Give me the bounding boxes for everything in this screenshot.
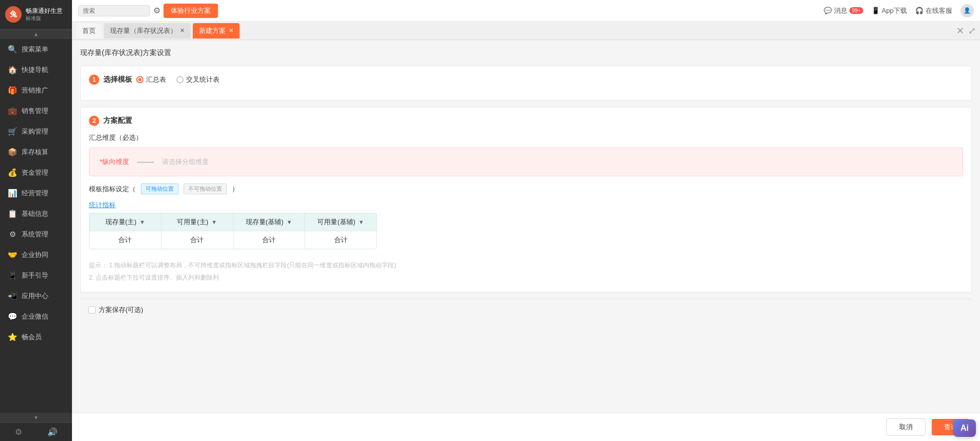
- tips-section: 提示： 1.拖动标题栏可以调整布局，不可跨维度或指标区域拖拽栏目字段(只能在同一…: [89, 259, 963, 284]
- sidebar-item-label: 资金管理: [22, 168, 48, 177]
- sidebar-bottom: ⚙ 🔊: [0, 422, 72, 441]
- purchase-nav-icon: 🛒: [7, 126, 17, 137]
- sidebar-item-guide[interactable]: 📱 新手引导: [0, 265, 72, 286]
- settings-icon[interactable]: ⚙: [15, 427, 22, 437]
- close-icon[interactable]: ✕: [956, 25, 964, 36]
- col-header-2[interactable]: 可用量(主) ▼: [161, 213, 233, 231]
- sidebar-item-system[interactable]: ⚙ 系统管理: [0, 224, 72, 245]
- tab-inventory-status[interactable]: 现存量（库存状况表） ✕: [104, 23, 191, 39]
- trial-button[interactable]: 体验行业方案: [164, 4, 218, 18]
- cell-2: 合计: [161, 231, 233, 249]
- tab-inventory-close[interactable]: ✕: [180, 27, 185, 34]
- main-content: ⚙ 体验行业方案 💬 消息 99+ 📱 App下载 🎧 在线客服 👤: [72, 0, 980, 441]
- sidebar-item-label: 畅会员: [22, 333, 42, 342]
- col-header-4[interactable]: 可用量(基辅) ▼: [305, 213, 376, 231]
- sidebar-item-label: 经营管理: [22, 189, 48, 198]
- dim-vertical-label: *纵向维度: [100, 157, 129, 167]
- sidebar-item-label: 快捷导航: [22, 65, 48, 75]
- shortcut-nav-icon: 🏠: [7, 65, 17, 75]
- sidebar-item-member[interactable]: ⭐ 畅会员: [0, 327, 72, 347]
- sidebar-nav: 🔍 搜索菜单 🏠 快捷导航 🎁 营销推广 💼 销售管理 🛒 采购管理 📦 库存核…: [0, 39, 72, 413]
- expand-icon[interactable]: ⤢: [968, 25, 976, 36]
- tab-new-plan[interactable]: 新建方案 ✕: [193, 23, 240, 39]
- sidebar-item-label: 采购管理: [22, 127, 48, 136]
- save-checkbox[interactable]: [88, 306, 96, 314]
- col-header-1[interactable]: 现存量(主) ▼: [89, 213, 161, 231]
- wechat-nav-icon: 💬: [7, 311, 17, 322]
- sidebar-item-contract[interactable]: 🤝 企业协同: [0, 245, 72, 265]
- sidebar-logo: 兔 畅康通好生意 标准版: [0, 0, 72, 29]
- message-icon: 💬: [824, 7, 832, 14]
- chevron-down-icon: ▼: [286, 219, 292, 225]
- sidebar-item-label: 基础信息: [22, 209, 48, 218]
- sidebar-item-marketing[interactable]: 🎁 营销推广: [0, 80, 72, 101]
- dim-placeholder[interactable]: 请选择分组维度: [162, 157, 209, 167]
- speaker-icon[interactable]: 🔊: [47, 427, 58, 437]
- ai-float-button[interactable]: Ai: [953, 419, 976, 437]
- user-avatar[interactable]: 👤: [960, 4, 974, 17]
- tip-text-2: 2. 点击标题栏下拉可设置排序、插入列和删除列: [89, 271, 219, 284]
- tabs-bar: 首页 现存量（库存状况表） ✕ 新建方案 ✕ ✕ ⤢: [72, 22, 980, 40]
- sidebar-scroll-down[interactable]: ▼: [0, 413, 72, 422]
- sidebar-scroll-up[interactable]: ▲: [0, 29, 72, 39]
- sidebar-item-label: 系统管理: [22, 230, 48, 239]
- radio-cross[interactable]: 交叉统计表: [176, 75, 220, 84]
- save-option[interactable]: 方案保存(可选): [88, 305, 143, 315]
- section1-header: 1 选择模板 汇总表 交叉统计表: [89, 75, 963, 85]
- radio-cross-label: 交叉统计表: [186, 75, 220, 84]
- sidebar-item-label: 新手引导: [22, 271, 48, 280]
- tip-line-2: 2. 点击标题栏下拉可设置排序、插入列和删除列: [89, 271, 963, 284]
- messages-button[interactable]: 💬 消息 99+: [824, 6, 863, 15]
- sidebar-item-app[interactable]: 📲 应用中心: [0, 286, 72, 306]
- search-input[interactable]: [78, 5, 150, 16]
- col-header-3[interactable]: 现存量(基辅) ▼: [233, 213, 305, 231]
- app-download-button[interactable]: 📱 App下载: [872, 6, 907, 15]
- header-search-area: ⚙ 体验行业方案: [78, 4, 819, 18]
- stats-table: 现存量(主) ▼ 可用量(主) ▼ 现存量(基辅) ▼ 可用量(基辅): [89, 213, 377, 249]
- tab-home[interactable]: 首页: [76, 23, 102, 39]
- radio-summary[interactable]: 汇总表: [136, 75, 166, 84]
- online-service-label: 在线客服: [925, 6, 952, 15]
- section2-title: 方案配置: [103, 116, 132, 125]
- page-title: 现存量(库存状况表)方案设置: [80, 48, 972, 58]
- indicator-settings-label: 模板指标设定（: [89, 185, 136, 194]
- sidebar-item-finance[interactable]: 💰 资金管理: [0, 162, 72, 183]
- gear-icon[interactable]: ⚙: [153, 6, 160, 15]
- sidebar-item-shortcut[interactable]: 🏠 快捷导航: [0, 60, 72, 80]
- basic-nav-icon: 📋: [7, 209, 17, 219]
- radio-cross-dot: [176, 76, 184, 83]
- marketing-nav-icon: 🎁: [7, 85, 17, 96]
- system-nav-icon: ⚙: [7, 229, 17, 240]
- radio-summary-label: 汇总表: [146, 75, 166, 84]
- cell-3: 合计: [233, 231, 305, 249]
- section2-header: 2 方案配置: [89, 116, 963, 126]
- dim-separator: ——: [137, 157, 154, 167]
- section1-title: 选择模板: [103, 75, 132, 84]
- header-right: 💬 消息 99+ 📱 App下载 🎧 在线客服 👤: [824, 4, 974, 17]
- dimension-required-area: *纵向维度 —— 请选择分组维度: [89, 148, 963, 176]
- search-nav-icon: 🔍: [7, 44, 17, 54]
- section-config: 2 方案配置 汇总维度（必选） *纵向维度 —— 请选择分组维度 模板指标设定（…: [80, 107, 972, 292]
- sidebar-item-label: 企业微信: [22, 312, 48, 321]
- online-service-button[interactable]: 🎧 在线客服: [915, 6, 952, 15]
- tip-line-1: 提示： 1.拖动标题栏可以调整布局，不可跨维度或指标区域拖拽栏目字段(只能在同一…: [89, 259, 963, 271]
- page-footer: 方案保存(可选): [80, 299, 972, 321]
- sidebar-item-purchase[interactable]: 🛒 采购管理: [0, 121, 72, 142]
- sidebar: 兔 畅康通好生意 标准版 ▲ 🔍 搜索菜单 🏠 快捷导航 🎁 营销推广 💼 销售…: [0, 0, 72, 441]
- sidebar-item-sales[interactable]: 💼 销售管理: [0, 101, 72, 121]
- tab-new-plan-label: 新建方案: [199, 26, 226, 35]
- app-download-label: App下载: [882, 6, 907, 15]
- chevron-down-icon: ▼: [211, 219, 217, 225]
- tab-new-plan-close[interactable]: ✕: [229, 27, 233, 34]
- save-label: 方案保存(可选): [99, 305, 143, 315]
- cancel-button[interactable]: 取消: [886, 418, 925, 436]
- sidebar-item-inventory[interactable]: 📦 库存核算: [0, 142, 72, 162]
- sidebar-item-basic[interactable]: 📋 基础信息: [0, 204, 72, 224]
- business-nav-icon: 📊: [7, 188, 17, 198]
- chevron-down-icon: ▼: [139, 219, 145, 225]
- sidebar-item-search[interactable]: 🔍 搜索菜单: [0, 39, 72, 60]
- sidebar-item-business[interactable]: 📊 经营管理: [0, 183, 72, 204]
- sidebar-item-wechat[interactable]: 💬 企业微信: [0, 306, 72, 327]
- guide-nav-icon: 📱: [7, 270, 17, 281]
- section1-number: 1: [89, 75, 99, 85]
